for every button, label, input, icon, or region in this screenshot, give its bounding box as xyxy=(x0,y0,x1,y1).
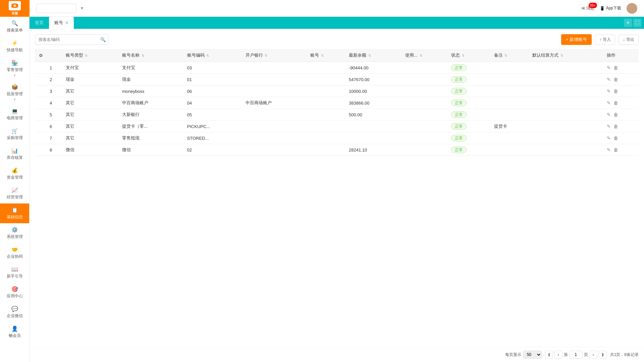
row-account-name: moneybosx xyxy=(119,85,184,97)
next-page-button[interactable]: › xyxy=(589,351,597,359)
delete-icon[interactable]: 🗑 xyxy=(613,147,618,153)
th-account-no[interactable]: 账号 ⇅ xyxy=(308,49,346,62)
row-account-code: 03 xyxy=(184,62,243,74)
delete-icon[interactable]: 🗑 xyxy=(613,88,618,94)
member-icon: 👤 xyxy=(11,325,18,332)
export-icon: ↓ xyxy=(623,37,625,42)
th-status[interactable]: 状态 ⇅ xyxy=(448,49,491,62)
toolbar: 🔍 + 新增账号 ↑ 导入 ↓ 导出 xyxy=(35,34,639,45)
row-remark xyxy=(491,109,530,121)
row-status: 正常 xyxy=(448,62,491,74)
tab-expand-button[interactable]: ⛶ xyxy=(633,19,641,27)
sidebar-item-finance-mgmt[interactable]: 💰 资金管理 xyxy=(0,164,29,184)
row-account-name: 提货卡（零... xyxy=(119,121,184,132)
th-bank[interactable]: 开户银行 ⇅ xyxy=(243,49,308,62)
topbar-left: ▼ xyxy=(36,4,84,13)
row-account-name: 中百商场账户 xyxy=(119,97,184,109)
sidebar-item-purchase-mgmt[interactable]: 🛒 采购管理 xyxy=(0,124,29,144)
import-label: 导入 xyxy=(603,37,611,43)
import-button[interactable]: ↑ 导入 xyxy=(595,35,615,45)
sidebar-item-enterprise-agreement[interactable]: 🤝 企业协同 xyxy=(0,243,29,263)
edit-icon[interactable]: ✎ xyxy=(607,124,611,129)
th-remark[interactable]: 备注 ⇅ xyxy=(491,49,530,62)
th-account-code[interactable]: 账号编码 ⇅ xyxy=(184,49,243,62)
sidebar-item-wholesale-mgmt[interactable]: 📦 批发管理 ▼ xyxy=(0,80,29,105)
sidebar-item-new-guide[interactable]: 📖 新手引导 xyxy=(0,263,29,283)
row-usage xyxy=(402,132,448,144)
quick-nav-icon: ⚡ xyxy=(11,40,18,46)
search-input[interactable] xyxy=(35,35,98,44)
row-num: 4 xyxy=(47,97,63,109)
th-account-type[interactable]: 账号类型 ⇅ xyxy=(63,49,119,62)
row-usage xyxy=(402,121,448,132)
delete-icon[interactable]: 🗑 xyxy=(613,100,618,106)
edit-icon[interactable]: ✎ xyxy=(607,77,611,82)
row-account-no xyxy=(308,74,346,85)
tab-home[interactable]: 首页 xyxy=(30,17,49,29)
purchase-icon: 🛒 xyxy=(11,128,18,134)
sidebar-item-retail-mgmt[interactable]: 🏪 零售管理 ▼ xyxy=(0,56,29,80)
user-avatar[interactable] xyxy=(627,3,637,14)
row-default-payment xyxy=(530,109,604,121)
tab-close-button[interactable]: ✕ xyxy=(624,19,632,27)
first-page-button[interactable]: ⟪ xyxy=(545,351,553,359)
app-download-button[interactable]: 📱 App下载 xyxy=(600,5,621,11)
edit-icon[interactable]: ✎ xyxy=(607,100,611,106)
sidebar-item-member[interactable]: 👤 畅会员 xyxy=(0,322,29,342)
topbar: ▼ ✉ 消息 99+ 📱 App下载 xyxy=(30,0,644,17)
row-default-payment xyxy=(530,121,604,132)
edit-icon[interactable]: ✎ xyxy=(607,147,611,153)
row-num: 7 xyxy=(47,132,63,144)
row-remark xyxy=(491,74,530,85)
sidebar-item-app-center[interactable]: 🎯 应用中心 xyxy=(0,283,29,302)
sidebar-item-search-menu[interactable]: 🔍 搜索菜单 xyxy=(0,17,29,37)
toolbar-right: + 新增账号 ↑ 导入 ↓ 导出 xyxy=(561,34,639,45)
table-row: 7 其它 零售抵现 STORED... 正常 ✎ 🗑 xyxy=(35,132,639,144)
delete-icon[interactable]: 🗑 xyxy=(613,124,618,129)
tab-account[interactable]: 账号 ✕ xyxy=(49,17,74,29)
sidebar-item-quick-nav[interactable]: ⚡ 快捷导航 xyxy=(0,37,29,56)
sidebar-item-inventory[interactable]: 📊 库存核算 xyxy=(0,144,29,164)
dropdown-arrow-icon[interactable]: ▼ xyxy=(80,6,84,11)
row-settings xyxy=(35,85,47,97)
messages-badge: 99+ xyxy=(589,3,597,8)
messages-button[interactable]: ✉ 消息 99+ xyxy=(582,5,594,11)
th-default-payment[interactable]: 默认结算方式 ⇅ xyxy=(530,49,604,62)
edit-icon[interactable]: ✎ xyxy=(607,65,611,70)
sidebar-item-system-mgmt[interactable]: ⚙️ 系统管理 xyxy=(0,223,29,243)
row-bank xyxy=(243,144,308,156)
sidebar-item-basic-info[interactable]: 📋 基础信息 xyxy=(0,203,29,223)
row-status: 正常 xyxy=(448,97,491,109)
th-latest-balance[interactable]: 最新余额 ⇅ xyxy=(346,49,402,62)
th-account-name[interactable]: 账号名称 ⇅ xyxy=(119,49,184,62)
per-page-select[interactable]: 50 20 100 xyxy=(523,351,542,359)
sidebar-item-label: 库存核算 xyxy=(7,155,23,161)
search-button[interactable]: 🔍 xyxy=(98,35,108,45)
tab-account-close[interactable]: ✕ xyxy=(65,20,68,25)
delete-icon[interactable]: 🗑 xyxy=(613,135,618,141)
retail-mgmt-icon: 🏪 xyxy=(11,60,18,66)
sidebar-item-enterprise-wechat[interactable]: 💬 企业微信 xyxy=(0,302,29,322)
delete-icon[interactable]: 🗑 xyxy=(613,65,618,70)
add-account-button[interactable]: + 新增账号 xyxy=(561,34,592,45)
sidebar-item-ecommerce-mgmt[interactable]: 💻 电商管理 xyxy=(0,105,29,124)
row-usage xyxy=(402,62,448,74)
topbar-search-input[interactable] xyxy=(36,4,76,13)
edit-icon[interactable]: ✎ xyxy=(607,112,611,117)
sidebar-item-ops-mgmt[interactable]: 📈 经营管理 xyxy=(0,184,29,203)
row-status: 正常 xyxy=(448,74,491,85)
page-label: 第 xyxy=(564,352,568,358)
row-status: 正常 xyxy=(448,132,491,144)
delete-icon[interactable]: 🗑 xyxy=(613,77,618,82)
export-button[interactable]: ↓ 导出 xyxy=(619,35,639,45)
page-number-input[interactable] xyxy=(569,351,583,359)
prev-page-button[interactable]: ‹ xyxy=(554,351,562,359)
last-page-button[interactable]: ⟫ xyxy=(599,351,607,359)
edit-icon[interactable]: ✎ xyxy=(607,135,611,141)
th-usage[interactable]: 使用... ⇅ xyxy=(402,49,448,62)
status-badge: 正常 xyxy=(451,100,467,106)
delete-icon[interactable]: 🗑 xyxy=(613,112,618,117)
th-settings[interactable]: ⚙ xyxy=(35,49,47,62)
row-latest-balance xyxy=(346,121,402,132)
edit-icon[interactable]: ✎ xyxy=(607,88,611,94)
